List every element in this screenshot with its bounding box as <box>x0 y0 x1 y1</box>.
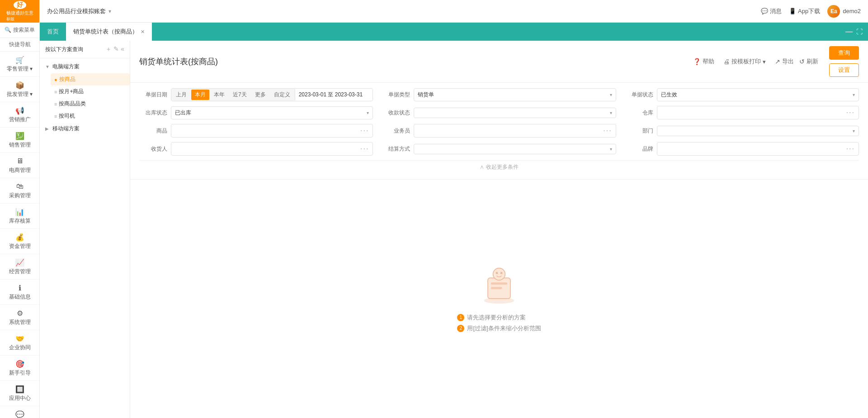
quick-nav-label: 快捷导航 <box>9 41 31 48</box>
sidebar-item-2[interactable]: 📢 营销推广 <box>0 102 39 128</box>
warehouse-dots[interactable]: ··· <box>846 109 855 117</box>
date-tab-this-year[interactable]: 本年 <box>210 90 228 100</box>
industry-dropdown-arrow[interactable]: ▾ <box>108 8 111 14</box>
receiver-input[interactable]: ··· <box>171 142 373 156</box>
date-range-value[interactable]: 2023-03-01 至 2023-03-31 <box>295 89 373 100</box>
user-info[interactable]: Ea demo2 <box>827 5 861 18</box>
tab-home-label: 首页 <box>47 28 59 36</box>
sidebar-item-14[interactable]: 💬 企业微信 <box>0 406 39 418</box>
sidebar-item-7[interactable]: 💰 资金管理 <box>0 229 39 254</box>
window-minimize-icon[interactable]: — <box>845 28 853 36</box>
pc-scheme-node[interactable]: ▼ 电脑端方案 <box>40 60 130 73</box>
order-type-field: 单据类型 销货单 ▾ <box>382 88 616 101</box>
settings-btn[interactable]: 设置 <box>829 63 859 77</box>
date-tab-more[interactable]: 更多 <box>251 90 269 100</box>
out-status-input[interactable]: 已出库 ▾ <box>171 106 373 119</box>
warehouse-input[interactable]: ··· <box>657 106 859 119</box>
sidebar-item-5[interactable]: 🛍 采购管理 <box>0 178 39 204</box>
add-scheme-icon[interactable]: ＋ <box>105 45 112 53</box>
receiver-dots[interactable]: ··· <box>360 145 369 153</box>
product-input[interactable]: ··· <box>171 124 373 138</box>
svg-point-6 <box>500 272 503 274</box>
order-status-input[interactable]: 已生效 ▾ <box>657 88 859 101</box>
sidebar-icon-0: 🛒 <box>15 55 24 64</box>
tab-report[interactable]: 销货单统计表（按商品） ✕ <box>66 23 152 41</box>
collapse-conditions-btn[interactable]: ∧ 收起更多条件 <box>139 160 859 174</box>
brand-input[interactable]: ··· <box>657 142 859 156</box>
scheme-by-product[interactable]: ● 按商品 <box>51 73 130 86</box>
sidebar-item-10[interactable]: ⚙ 系统管理 <box>0 305 39 330</box>
app-download-icon: 📱 <box>789 8 796 14</box>
date-tab-custom[interactable]: 自定义 <box>270 90 294 100</box>
salesperson-input[interactable]: ··· <box>414 124 616 138</box>
sidebar-item-3[interactable]: 💹 销售管理 <box>0 128 39 153</box>
collapse-label: ∧ 收起更多条件 <box>480 164 518 170</box>
payment-status-arrow: ▾ <box>610 110 612 115</box>
product-dots[interactable]: ··· <box>360 127 369 135</box>
payment-status-input[interactable]: ▾ <box>414 108 616 118</box>
tab-home[interactable]: 首页 <box>40 23 66 41</box>
sidebar-item-12[interactable]: 🎯 新手引导 <box>0 356 39 381</box>
mobile-scheme-node[interactable]: ▶ 移动端方案 <box>40 122 130 135</box>
sidebar-item-13[interactable]: 🔲 应用中心 <box>0 381 39 406</box>
sidebar-item-6[interactable]: 📊 库存核算 <box>0 204 39 229</box>
sidebar-icon-1: 📦 <box>15 81 24 90</box>
department-input[interactable]: ▾ <box>657 126 859 136</box>
query-btn[interactable]: 查询 <box>829 46 859 60</box>
print-dropdown-icon[interactable]: ▾ <box>763 58 766 65</box>
refresh-label: 刷新 <box>807 57 818 66</box>
date-tab-this-month[interactable]: 本月 <box>191 90 209 100</box>
help-btn[interactable]: ❓ 帮助 <box>693 57 714 66</box>
filter-row-1: 单据日期 上月 本月 本年 近7天 更多 自定义 2023-03-01 至 20… <box>139 88 859 101</box>
warehouse-field: 仓库 ··· <box>625 106 859 119</box>
settlement-field: 结算方式 ▾ <box>382 144 616 154</box>
salesperson-label: 业务员 <box>382 127 414 135</box>
template-print-btn[interactable]: 🖨 按模板打印 ▾ <box>720 56 769 67</box>
department-arrow: ▾ <box>853 128 855 133</box>
sidebar-item-9[interactable]: ℹ 基础信息 <box>0 280 39 305</box>
sidebar-item-4[interactable]: 🖥 电商管理 <box>0 153 39 178</box>
sidebar-item-8[interactable]: 📈 经营管理 <box>0 254 39 280</box>
scheme-by-month-product[interactable]: ≡ 按月+商品 <box>51 86 130 98</box>
sidebar-item-1[interactable]: 📦 批发管理 ▾ <box>0 77 39 102</box>
edit-scheme-icon[interactable]: ✎ <box>113 45 119 53</box>
sidebar-item-0[interactable]: 🛒 零售管理 ▾ <box>0 52 39 77</box>
receiver-label: 收货人 <box>139 145 171 153</box>
date-tab-7days[interactable]: 近7天 <box>229 90 250 100</box>
app-download-btn[interactable]: 📱 App下载 <box>789 7 820 15</box>
svg-point-5 <box>496 272 498 274</box>
search-menu-label: 搜索菜单 <box>13 27 35 33</box>
export-icon: ↗ <box>775 58 780 65</box>
empty-tip-1: 1 请先选择要分析的方案 <box>457 314 541 322</box>
settlement-input[interactable]: ▾ <box>414 144 616 154</box>
scheme-by-driver[interactable]: ≡ 按司机 <box>51 110 130 122</box>
sidebar-icon-7: 💰 <box>15 233 24 242</box>
sidebar-icon-6: 📊 <box>15 207 24 216</box>
order-status-field: 单据状态 已生效 ▾ <box>625 88 859 101</box>
salesperson-dots[interactable]: ··· <box>603 127 612 135</box>
left-panel-title: 按以下方案查询 <box>45 46 83 53</box>
filter-row-2: 出库状态 已出库 ▾ 收款状态 ▾ 仓库 <box>139 106 859 119</box>
message-btn[interactable]: 💬 消息 <box>761 7 782 15</box>
tab-close-icon[interactable]: ✕ <box>141 29 145 35</box>
order-status-label: 单据状态 <box>625 91 657 99</box>
sidebar-item-11[interactable]: 🤝 企业协同 <box>0 330 39 356</box>
search-menu[interactable]: 🔍 搜索菜单 <box>0 23 39 38</box>
date-tab-last-month[interactable]: 上月 <box>172 90 190 100</box>
scheme-by-category[interactable]: ≡ 按商品品类 <box>51 98 130 110</box>
product-field: 商品 ··· <box>139 124 373 138</box>
date-tabs: 上月 本月 本年 近7天 更多 自定义 <box>171 89 295 101</box>
sidebar-icon-2: 📢 <box>15 106 24 115</box>
brand-dots[interactable]: ··· <box>846 145 855 153</box>
order-type-input[interactable]: 销货单 ▾ <box>414 88 616 101</box>
export-btn[interactable]: ↗ 导出 <box>775 57 794 66</box>
order-type-value: 销货单 <box>418 91 434 99</box>
help-label: 帮助 <box>703 57 714 66</box>
refresh-btn[interactable]: ↺ 刷新 <box>799 57 818 66</box>
quick-nav[interactable]: 快捷导航 <box>0 38 39 52</box>
topbar-left: 办公用品行业模拟账套 ▾ <box>47 7 111 15</box>
order-type-label: 单据类型 <box>382 91 414 99</box>
window-maximize-icon[interactable]: ⛶ <box>856 28 863 35</box>
collapse-panel-icon[interactable]: « <box>121 45 124 53</box>
pc-scheme-children: ● 按商品 ≡ 按月+商品 ≡ 按商品品类 ≡ 按司机 <box>40 73 130 122</box>
